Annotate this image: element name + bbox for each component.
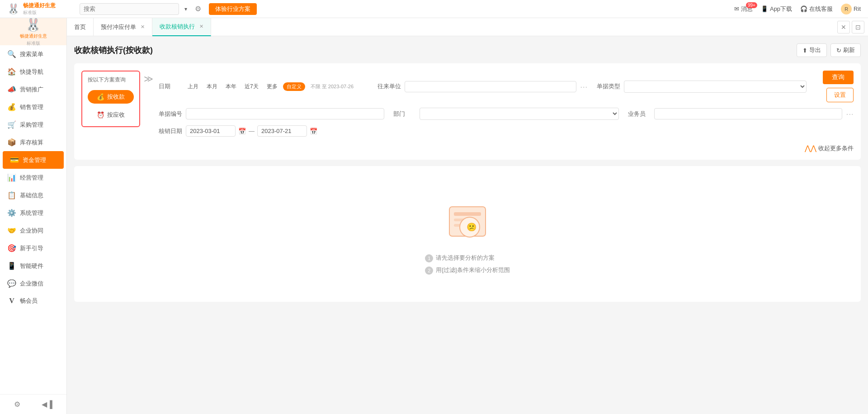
tab-receipt-writeoff-close[interactable]: ✕ bbox=[199, 24, 203, 29]
doc-number-input[interactable] bbox=[186, 108, 384, 119]
writeoff-date-end-input[interactable] bbox=[257, 125, 307, 137]
writeoff-end-calendar-icon[interactable]: 📅 bbox=[310, 128, 317, 135]
dept-select[interactable] bbox=[420, 108, 619, 120]
sidebar-item-sales[interactable]: 💰 销售管理 bbox=[0, 98, 66, 116]
writeoff-start-calendar-icon[interactable]: 📅 bbox=[238, 128, 246, 135]
dept-label: 部门 bbox=[393, 110, 416, 118]
app-logo-icon: 🐰 bbox=[7, 3, 19, 15]
writeoff-date-start-input[interactable] bbox=[186, 125, 236, 137]
doc-type-label: 单据类型 bbox=[597, 82, 620, 90]
sidebar-item-wechat[interactable]: 💬 企业微信 bbox=[0, 275, 66, 292]
maximize-button[interactable]: ⊡ bbox=[852, 21, 864, 33]
filter-employee-field: 业务员 ··· bbox=[628, 108, 854, 119]
date-more-btn[interactable]: 更多 bbox=[264, 82, 280, 91]
date-last-7-days-btn[interactable]: 近7天 bbox=[242, 82, 261, 91]
date-custom-tag[interactable]: 自定义 bbox=[283, 82, 305, 91]
system-icon: ⚙️ bbox=[7, 209, 16, 217]
sidebar-item-search-menu[interactable]: 🔍 搜索菜单 bbox=[0, 45, 66, 63]
partner-input[interactable] bbox=[405, 81, 576, 92]
collapse-more-conditions[interactable]: ⋀⋀ 收起更多条件 bbox=[159, 144, 854, 152]
sidebar-item-guide[interactable]: 🎯 新手引导 bbox=[0, 239, 66, 257]
dropdown-arrow-icon[interactable]: ▾ bbox=[184, 6, 187, 12]
tab-prepay-close[interactable]: ✕ bbox=[141, 24, 145, 30]
date-options: 上月 本月 本年 近7天 更多 自定义 bbox=[185, 82, 305, 91]
filter-by-receipt-option[interactable]: 💰 按收款 bbox=[88, 90, 134, 104]
partner-label: 往来单位 bbox=[377, 82, 401, 90]
sidebar-item-inventory[interactable]: 📦 库存核算 bbox=[0, 133, 66, 151]
messages-button[interactable]: ✉ 消息 99+ bbox=[734, 5, 753, 13]
empty-state: 😕 1 请先选择要分析的方案 2 用[过滤]条件来缩小分析范围 bbox=[74, 166, 861, 302]
operations-icon: 📊 bbox=[7, 173, 16, 182]
inventory-icon: 📦 bbox=[7, 138, 16, 147]
purchase-icon: 🛒 bbox=[7, 120, 16, 129]
export-button[interactable]: ⬆ 导出 bbox=[797, 43, 827, 57]
employee-input[interactable] bbox=[654, 108, 842, 119]
sidebar-item-basic-info[interactable]: 📋 基础信息 bbox=[0, 186, 66, 204]
svg-text:😕: 😕 bbox=[467, 222, 477, 232]
date-this-year-btn[interactable]: 本年 bbox=[223, 82, 239, 91]
tab-home[interactable]: 首页 bbox=[67, 18, 94, 36]
sidebar-item-member[interactable]: V 畅会员 bbox=[0, 292, 66, 309]
industry-solution-button[interactable]: 体验行业方案 bbox=[209, 3, 257, 15]
sidebar-item-purchase[interactable]: 🛒 采购管理 bbox=[0, 116, 66, 133]
collapse-icon: ⋀⋀ bbox=[805, 144, 816, 152]
query-button[interactable]: 查询 bbox=[823, 71, 854, 84]
filter-row-2: 单据编号 部门 业务员 ··· bbox=[159, 108, 854, 120]
empty-tip-1: 1 请先选择要分析的方案 bbox=[425, 254, 509, 262]
employee-more-icon[interactable]: ··· bbox=[846, 109, 854, 119]
wechat-icon: 💬 bbox=[7, 279, 16, 288]
app-version: 标准版 bbox=[23, 10, 56, 16]
refresh-button[interactable]: ↻ 刷新 bbox=[830, 43, 861, 57]
online-support-button[interactable]: 🎧 在线客服 bbox=[800, 5, 833, 13]
writeoff-date-label: 核销日期 bbox=[159, 127, 182, 135]
sidebar-item-hardware[interactable]: 📱 智能硬件 bbox=[0, 257, 66, 275]
employee-label: 业务员 bbox=[628, 110, 651, 118]
filter-writeoff-date-field: 核销日期 📅 — 📅 bbox=[159, 125, 854, 137]
gear-icon[interactable]: ⚙ bbox=[193, 4, 203, 14]
logo-area: 🐰 畅捷通好生意 标准版 bbox=[7, 2, 74, 16]
sidebar-item-quick-nav[interactable]: 🏠 快捷导航 bbox=[0, 63, 66, 81]
sidebar-logo-icon: 🐰 bbox=[25, 18, 41, 32]
refresh-icon: ↻ bbox=[836, 47, 841, 54]
sidebar-logo-text: 畅捷通好生意 bbox=[20, 33, 47, 39]
user-profile-area[interactable]: R Rit bbox=[841, 4, 861, 14]
partner-more-icon[interactable]: ··· bbox=[580, 81, 588, 92]
search-input[interactable] bbox=[80, 3, 179, 15]
filter-section-title: 按以下方案查询 bbox=[88, 76, 126, 84]
sidebar-settings-button[interactable]: ⚙ bbox=[12, 398, 22, 410]
filter-row-1: 日期 上月 本月 本年 近7天 更多 自定义 不限 至 2023-07-26 bbox=[159, 71, 854, 102]
svg-rect-1 bbox=[454, 212, 481, 216]
filter-dept-field: 部门 bbox=[393, 108, 619, 120]
avatar: R bbox=[841, 4, 852, 14]
page-header-actions: ⬆ 导出 ↻ 刷新 bbox=[797, 43, 861, 57]
results-area: 😕 1 请先选择要分析的方案 2 用[过滤]条件来缩小分析范围 bbox=[74, 166, 861, 302]
date-this-month-btn[interactable]: 本月 bbox=[204, 82, 220, 91]
sidebar-item-system[interactable]: ⚙️ 系统管理 bbox=[0, 204, 66, 222]
empty-illustration: 😕 bbox=[440, 193, 495, 247]
sidebar-item-enterprise[interactable]: 🤝 企业协同 bbox=[0, 222, 66, 239]
sidebar-item-finance[interactable]: 💳 资金管理 bbox=[3, 151, 64, 169]
tab-prepay[interactable]: 预付冲应付单 ✕ bbox=[94, 18, 152, 36]
close-tab-button[interactable]: ✕ bbox=[837, 21, 850, 33]
date-label: 日期 bbox=[159, 82, 181, 90]
sidebar-item-operations[interactable]: 📊 经营管理 bbox=[0, 169, 66, 186]
empty-tips: 1 请先选择要分析的方案 2 用[过滤]条件来缩小分析范围 bbox=[425, 254, 509, 275]
date-last-month-btn[interactable]: 上月 bbox=[185, 82, 201, 91]
quick-nav-icon: 🏠 bbox=[7, 67, 16, 76]
sidebar-logo: 🐰 畅捷通好生意 标准版 bbox=[0, 18, 66, 45]
finance-icon: 💳 bbox=[10, 156, 19, 164]
search-menu-icon: 🔍 bbox=[7, 50, 16, 58]
sidebar-item-marketing[interactable]: 📣 营销推广 bbox=[0, 81, 66, 98]
receivable-option-icon: ⏰ bbox=[97, 111, 104, 119]
app-download-button[interactable]: 📱 App下载 bbox=[761, 5, 792, 13]
support-icon: 🎧 bbox=[800, 5, 807, 12]
filter-date-field: 日期 上月 本月 本年 近7天 更多 自定义 不限 至 2023-07-26 bbox=[159, 82, 368, 91]
filter-settings-button[interactable]: 设置 bbox=[826, 88, 854, 102]
sidebar-collapse-button[interactable]: ◀▐ bbox=[40, 398, 54, 410]
filter-collapse-left-button[interactable]: ≫ bbox=[144, 71, 153, 84]
top-bar-right: ✉ 消息 99+ 📱 App下载 🎧 在线客服 R Rit bbox=[734, 4, 861, 14]
doc-type-select[interactable] bbox=[624, 81, 807, 93]
filter-by-receivable-option[interactable]: ⏰ 按应收 bbox=[88, 108, 134, 122]
tab-receipt-writeoff[interactable]: 收款核销执行 ✕ bbox=[152, 18, 211, 36]
marketing-icon: 📣 bbox=[7, 85, 16, 94]
